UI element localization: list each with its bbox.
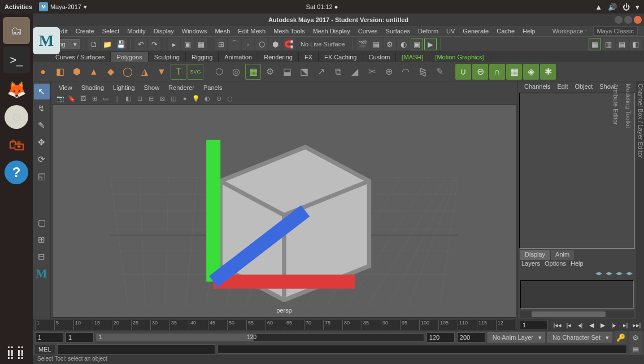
volume-icon[interactable]: 🔊 [608, 3, 617, 11]
menu-surfaces[interactable]: Surfaces [383, 28, 413, 34]
lasso-tool[interactable]: ↯ [34, 101, 50, 116]
separate-icon[interactable]: ⬔ [296, 64, 312, 80]
boolean-diff-icon[interactable]: ⊖ [472, 64, 488, 80]
layer-scrollbar[interactable] [520, 311, 634, 318]
shelf-tab-fx[interactable]: FX [299, 52, 319, 62]
layer-menu-options[interactable]: Options [545, 260, 566, 269]
menu-curves[interactable]: Curves [355, 28, 381, 34]
poly-pyramid-icon[interactable]: ▼ [154, 64, 169, 80]
menu-mesh-display[interactable]: Mesh Display [310, 28, 353, 34]
poly-platonic-icon[interactable]: ⬡ [211, 64, 227, 80]
render-frame-icon[interactable]: 🎬 [356, 38, 369, 50]
vp-shadows-icon[interactable]: ◐ [202, 93, 212, 103]
dock-files[interactable]: 🗂 [3, 17, 30, 44]
toggle-modeling-toolkit-icon[interactable]: ◧ [629, 38, 642, 50]
layout-two-icon[interactable]: ⊟ [34, 249, 50, 265]
poly-cube-icon[interactable]: ◧ [52, 64, 68, 80]
minimize-button[interactable] [615, 16, 623, 24]
menu-edit-mesh[interactable]: Edit Mesh [235, 28, 268, 34]
poly-plane-icon[interactable]: ◆ [103, 64, 119, 80]
activities-button[interactable]: Activities [5, 3, 32, 10]
power-icon[interactable]: ⏻ [623, 3, 630, 11]
vp-menu-lighting[interactable]: Lighting [110, 84, 138, 91]
go-to-end-icon[interactable]: ▸▸| [632, 320, 642, 330]
layout-single-icon[interactable]: ▢ [34, 215, 50, 231]
multi-cut-icon[interactable]: ✂ [364, 64, 380, 80]
bridge-icon[interactable]: ⧉ [330, 64, 346, 80]
poly-superellipse-icon[interactable]: ▦ [245, 64, 261, 80]
dock-maya[interactable]: M [33, 27, 60, 54]
layer-tab-display[interactable]: Display [520, 250, 550, 260]
anim-prefs-icon[interactable]: ⚙ [629, 331, 642, 344]
vp-xray-icon[interactable]: ◌ [225, 93, 235, 103]
menu-mesh-tools[interactable]: Mesh Tools [271, 28, 307, 34]
make-live-icon[interactable]: 🧲 [282, 38, 295, 50]
menu-windows[interactable]: Windows [179, 28, 210, 34]
paint-select-tool[interactable]: ✎ [34, 118, 50, 133]
scale-tool[interactable]: ◱ [34, 168, 50, 184]
time-slider[interactable]: 1 5 10 15 20 25 30 35 40 45 50 55 60 65 … [35, 320, 515, 330]
network-icon[interactable]: ▲ [595, 3, 602, 11]
shelf-tab-fx-caching[interactable]: FX Caching [319, 52, 363, 62]
script-editor-icon[interactable]: ▤ [629, 343, 642, 356]
step-forward-key-icon[interactable]: ▸| [620, 320, 630, 330]
vp-menu-show[interactable]: Show [141, 84, 163, 91]
close-button[interactable] [634, 16, 642, 24]
dock-terminal[interactable]: >_ [3, 46, 30, 73]
poly-cone-icon[interactable]: ▲ [86, 64, 102, 80]
layer-tab-anim[interactable]: Anim [551, 250, 574, 260]
menu-select[interactable]: Select [99, 28, 123, 34]
dock-show-apps[interactable]: ⠿⠿⠿⠿ [6, 349, 27, 358]
shelf-tab-polygons[interactable]: Polygons [111, 52, 148, 62]
menu-create[interactable]: Create [73, 28, 97, 34]
vp-menu-shading[interactable]: Shading [78, 84, 107, 91]
vp-menu-renderer[interactable]: Renderer [165, 84, 198, 91]
target-weld-icon[interactable]: ⊕ [381, 64, 397, 80]
playback-start-field[interactable] [66, 332, 94, 343]
chevron-down-icon[interactable]: ▾ [636, 3, 639, 11]
vp-safe-action-icon[interactable]: ⊟ [146, 93, 156, 103]
boolean-intersect-icon[interactable]: ∩ [489, 64, 505, 80]
extrude-icon[interactable]: ↗ [313, 64, 329, 80]
menu-generate[interactable]: Generate [460, 28, 491, 34]
command-input[interactable] [57, 344, 215, 354]
toggle-attribute-editor-icon[interactable]: ▤ [616, 38, 628, 50]
menu-cache[interactable]: Cache [494, 28, 517, 34]
maximize-button[interactable] [624, 16, 632, 24]
go-to-start-icon[interactable]: |◂◂ [552, 320, 563, 330]
vtab-attribute-editor[interactable]: Attribute Editor [612, 84, 619, 317]
dock-software[interactable]: 🛍 [3, 131, 30, 158]
bevel-icon[interactable]: ◢ [347, 64, 363, 80]
anim-layer-dropdown[interactable]: No Anim Layer [488, 332, 545, 343]
shelf-tab-animation[interactable]: Animation [219, 52, 258, 62]
layer-menu-layers[interactable]: Layers [521, 260, 540, 269]
cb-menu-object[interactable]: Object [572, 83, 595, 90]
anim-end-field[interactable] [457, 332, 485, 343]
move-layer-down-icon[interactable]: ◂▸ [606, 269, 612, 279]
menu-uv[interactable]: UV [443, 28, 458, 34]
menu-display[interactable]: Display [151, 28, 177, 34]
select-component-icon[interactable]: ▦ [195, 38, 207, 50]
poly-type-icon[interactable]: T [171, 64, 186, 80]
menu-modify[interactable]: Modify [124, 28, 148, 34]
vp-wireframe-icon[interactable]: ◫ [168, 93, 179, 103]
workspace-dropdown[interactable]: Maya Classic [593, 27, 638, 36]
menu-deform[interactable]: Deform [415, 28, 441, 34]
ipr-render-icon[interactable]: ▤ [370, 38, 382, 50]
cb-menu-edit[interactable]: Edit [554, 83, 571, 90]
playback-end-field[interactable] [427, 332, 455, 343]
move-layer-up-icon[interactable]: ◂▸ [595, 269, 602, 279]
playblast-icon[interactable]: ▶ [424, 38, 437, 50]
current-frame-field[interactable] [520, 320, 548, 330]
shelf-tab-sculpting[interactable]: Sculpting [149, 52, 186, 62]
step-back-key-icon[interactable]: |◂ [564, 320, 574, 330]
select-hierarchy-icon[interactable]: ▸ [168, 38, 180, 50]
auto-key-icon[interactable]: 🔑 [615, 331, 627, 344]
save-scene-icon[interactable]: 💾 [115, 38, 127, 50]
system-tray[interactable]: ▲ 🔊 ⏻ ▾ [595, 3, 639, 11]
create-poly-icon[interactable]: ◈ [523, 64, 539, 80]
render-settings-icon[interactable]: ⚙ [384, 38, 396, 50]
toggle-tool-settings-icon[interactable]: ▥ [602, 38, 615, 50]
cb-menu-channels[interactable]: Channels [521, 83, 553, 90]
layer-menu-help[interactable]: Help [571, 260, 584, 269]
